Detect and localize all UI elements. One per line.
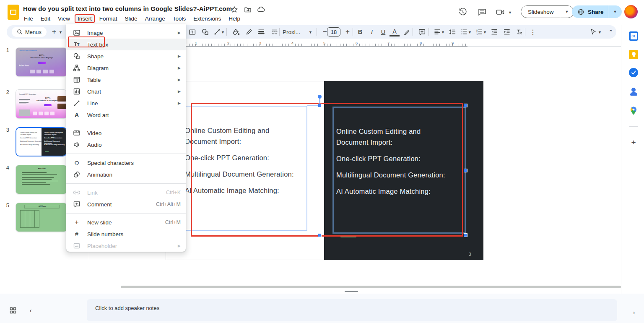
toolbar-divider (226, 28, 227, 36)
menu-item-video[interactable]: Video (66, 127, 186, 139)
insert-textbox-button[interactable] (187, 27, 197, 37)
share-button[interactable]: Share ▼ (572, 5, 622, 18)
selection-handle-top-left[interactable] (318, 104, 322, 107)
insert-shape-button[interactable] (200, 27, 210, 37)
menu-divider (66, 154, 186, 154)
google-tasks-icon[interactable] (629, 68, 638, 77)
submenu-arrow-icon: ▶ (178, 101, 181, 105)
border-color-button[interactable] (244, 27, 254, 37)
menu-item-audio[interactable]: Audio (66, 139, 186, 151)
select-tool-button[interactable] (588, 27, 599, 37)
menu-tools[interactable]: Tools (172, 16, 187, 22)
line-spacing-button[interactable] (447, 27, 458, 37)
share-dropdown-caret-icon[interactable]: ▼ (608, 10, 622, 14)
menu-item-label: Word art (87, 112, 181, 118)
slides-logo-icon[interactable] (8, 5, 19, 20)
clear-formatting-button[interactable] (513, 27, 524, 37)
get-addons-plus-icon[interactable]: + (629, 138, 638, 147)
collapse-toolbar-button[interactable]: ⌃ (605, 27, 616, 37)
slide-thumbnail-3-selected[interactable]: Online Custom Editing and Document Impor… (16, 127, 67, 156)
menu-edit[interactable]: Edit (40, 16, 51, 22)
google-calendar-icon[interactable]: 31 (629, 31, 638, 41)
highlight-color-button[interactable] (401, 27, 412, 37)
font-family-select[interactable]: Proxi... (283, 27, 307, 37)
menu-extensions[interactable]: Extensions (192, 16, 222, 22)
insert-menu-popup: Image ▶ Tᴛ Text box Shape ▶ Diagram ▶ Ta… (66, 24, 186, 252)
decrease-indent-button[interactable] (489, 27, 500, 37)
menu-item-table[interactable]: Table ▶ (66, 74, 186, 86)
underline-button[interactable]: U (378, 27, 388, 37)
menu-item-link: Link Ctrl+K (66, 187, 186, 198)
slide-thumbnail-4[interactable]: AiPPT.com (16, 165, 67, 194)
italic-button[interactable]: I (367, 27, 377, 37)
fill-color-button[interactable] (230, 27, 241, 37)
google-keep-icon[interactable] (629, 50, 638, 59)
selection-handle-bottom-left[interactable] (318, 233, 322, 237)
grid-view-icon[interactable] (9, 307, 17, 314)
numbered-list-caret-icon[interactable]: ▼ (483, 30, 487, 34)
insert-comment-button[interactable] (416, 27, 427, 37)
align-caret-icon[interactable]: ▼ (441, 30, 445, 34)
collapse-filmstrip-chevron-icon[interactable]: ‹ (27, 306, 34, 314)
menu-item-new-slide[interactable]: + New slide Ctrl+M (66, 216, 186, 228)
menu-view[interactable]: View (57, 16, 71, 22)
increase-indent-button[interactable] (501, 27, 512, 37)
border-dash-button[interactable] (269, 27, 280, 37)
meet-camera-icon[interactable] (496, 7, 506, 17)
menu-item-animation[interactable]: Animation (66, 169, 186, 180)
menu-item-special-characters[interactable]: Ω Special characters (66, 157, 186, 169)
version-history-icon[interactable] (458, 7, 468, 17)
selection-handle-top-right[interactable] (464, 104, 467, 107)
line-caret-icon[interactable]: ▼ (221, 30, 225, 34)
bold-button[interactable]: B (355, 27, 365, 37)
menu-item-word-art[interactable]: A Word art (66, 109, 186, 121)
selection-handle-mid-right[interactable] (464, 169, 467, 172)
horizontal-scrollbar[interactable] (121, 286, 621, 288)
thumb1-center-title: AiPPT... (16, 55, 67, 56)
menu-item-comment[interactable]: Comment Ctrl+Alt+M (66, 198, 186, 210)
menu-item-shape[interactable]: Shape ▶ (66, 50, 186, 62)
increase-font-size-button[interactable]: + (342, 27, 353, 37)
notes-resize-handle[interactable] (345, 291, 358, 292)
meet-dropdown-caret-icon[interactable]: ▼ (508, 10, 512, 15)
avatar[interactable] (624, 5, 638, 18)
menu-format[interactable]: Format (99, 16, 118, 22)
font-family-caret-icon[interactable]: ▼ (309, 30, 312, 34)
slide-thumbnail-2[interactable]: One-click PPT Generation: AiPPT... Prese… (16, 89, 67, 119)
expand-sidebar-chevron-icon[interactable]: › (630, 308, 638, 316)
slideshow-button[interactable]: Slideshow ▼ (521, 5, 574, 18)
zoom-caret-icon[interactable]: ▼ (59, 30, 62, 34)
zoom-plus-button[interactable]: + (49, 27, 60, 37)
menu-item-shortcut: Ctrl+M (165, 219, 181, 225)
font-size-input[interactable]: 18 (327, 27, 340, 36)
more-options-button[interactable]: ⋮ (527, 27, 538, 37)
comments-icon[interactable] (477, 7, 487, 17)
star-icon[interactable] (230, 5, 239, 14)
menu-arrange[interactable]: Arrange (144, 16, 166, 22)
bulleted-list-caret-icon[interactable]: ▼ (468, 30, 472, 34)
font-family-value: Proxi... (283, 29, 300, 35)
menus-search-button[interactable]: Menus (12, 27, 47, 37)
menu-item-shortcut: Ctrl+K (166, 190, 181, 195)
select-tool-caret-icon[interactable]: ▼ (598, 30, 602, 34)
google-maps-icon[interactable] (629, 106, 638, 115)
menu-item-line[interactable]: Line ▶ (66, 97, 186, 109)
move-to-folder-icon[interactable] (244, 5, 252, 14)
menu-item-diagram[interactable]: Diagram ▶ (66, 62, 186, 74)
menu-item-chart[interactable]: Chart ▶ (66, 86, 186, 97)
selection-handle-bottom-right[interactable] (464, 233, 467, 237)
slide-thumbnail-1[interactable]: One-click PPT Generation AiPPT... Presen… (16, 47, 67, 77)
menu-insert[interactable]: Insert (75, 14, 95, 23)
document-status-cloud-icon[interactable] (257, 5, 265, 14)
menu-item-slide-numbers[interactable]: # Slide numbers (66, 228, 186, 240)
menu-help[interactable]: Help (228, 16, 241, 22)
menu-slide[interactable]: Slide (124, 16, 138, 22)
slide-thumbnail-5[interactable]: AiPPT.com (16, 203, 67, 232)
document-title[interactable]: How do you split text into two columns i… (23, 5, 232, 12)
rotation-handle[interactable] (318, 95, 322, 99)
google-contacts-icon[interactable] (629, 87, 638, 96)
border-weight-button[interactable] (256, 27, 267, 37)
speaker-notes-box[interactable]: Click to add speaker notes (87, 299, 617, 321)
menu-file[interactable]: File (23, 16, 34, 22)
text-color-button[interactable]: A (390, 28, 400, 36)
